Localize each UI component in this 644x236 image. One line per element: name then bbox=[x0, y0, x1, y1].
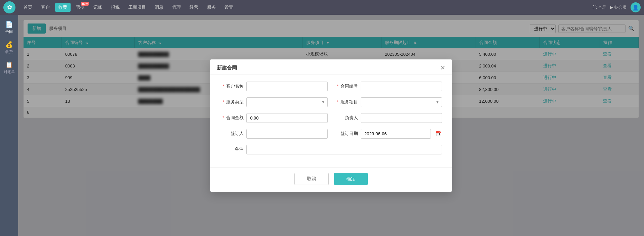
required-star: * bbox=[223, 115, 224, 120]
label-text: 服务类型 bbox=[226, 99, 244, 104]
modal-title: 新建合同 bbox=[217, 65, 237, 71]
service-type-label: * 服务类型 bbox=[220, 99, 244, 105]
content-area: 新增 服务项目 进行中 已完成 全部 🔍 序号 合同编号 bbox=[18, 15, 644, 236]
required-star: * bbox=[337, 84, 338, 89]
nav-bookkeeping[interactable]: 记账 bbox=[90, 3, 106, 12]
nav-service[interactable]: 服务 bbox=[204, 3, 219, 12]
modal-new-contract: 新建合同 ✕ * 客户名称 bbox=[210, 59, 452, 192]
label-text: 签订人 bbox=[231, 131, 244, 136]
user-avatar[interactable]: 👤 bbox=[631, 2, 641, 12]
form-group-sign-date: 签订日期 📅 bbox=[334, 129, 442, 139]
amount-input[interactable] bbox=[246, 113, 328, 123]
member-label: 畅会员 bbox=[614, 5, 627, 10]
required-star: * bbox=[223, 99, 224, 104]
nav-operation[interactable]: 经营 bbox=[186, 3, 202, 12]
form-group-remark: 备注 bbox=[220, 145, 442, 154]
member-icon: ▶ bbox=[610, 5, 613, 10]
label-text: 合同编号 bbox=[340, 84, 358, 89]
nav-tax[interactable]: 报税 bbox=[108, 3, 123, 12]
top-nav: ✿ 首页 客户 收费 票据new 记账 报税 工商项目 消息 管理 经营 服务 … bbox=[0, 0, 644, 15]
modal-body: * 客户名称 * 合同编号 bbox=[210, 75, 452, 167]
contract-no-input[interactable] bbox=[361, 82, 442, 91]
customer-name-input[interactable] bbox=[246, 82, 328, 91]
reconciliation-icon: 📋 bbox=[5, 61, 13, 68]
fullscreen-icon: ⛶ bbox=[593, 5, 597, 10]
service-item-select-wrapper: ▼ bbox=[361, 97, 442, 107]
form-group-customer: * 客户名称 bbox=[220, 82, 328, 91]
nav-message[interactable]: 消息 bbox=[151, 3, 167, 12]
amount-label: * 合同金额 bbox=[220, 115, 244, 121]
label-text: 客户名称 bbox=[226, 84, 244, 89]
remark-input[interactable] bbox=[246, 145, 442, 154]
nav-fee[interactable]: 收费 bbox=[55, 3, 71, 12]
required-star: * bbox=[337, 99, 338, 104]
nav-home[interactable]: 首页 bbox=[20, 3, 36, 12]
confirm-button[interactable]: 确定 bbox=[334, 173, 368, 185]
sidebar-item-fee[interactable]: 💰 收费 bbox=[1, 38, 17, 57]
label-text: 服务项目 bbox=[340, 99, 358, 104]
service-item-label: * 服务项目 bbox=[334, 99, 358, 105]
modal-close-button[interactable]: ✕ bbox=[440, 65, 445, 71]
responsible-label: 负责人 bbox=[334, 115, 358, 121]
nav-invoice[interactable]: 票据new bbox=[73, 3, 88, 12]
nav-customer[interactable]: 客户 bbox=[38, 3, 53, 12]
signer-input[interactable] bbox=[246, 129, 328, 139]
remark-label: 备注 bbox=[220, 146, 244, 152]
fullscreen-label: 全屏 bbox=[598, 5, 606, 10]
service-type-select-wrapper: ▼ bbox=[246, 97, 328, 107]
label-text: 备注 bbox=[235, 147, 244, 152]
customer-name-label: * 客户名称 bbox=[220, 83, 244, 89]
nav-business[interactable]: 工商项目 bbox=[125, 3, 149, 12]
modal-header: 新建合同 ✕ bbox=[210, 59, 452, 75]
sign-date-label: 签订日期 bbox=[334, 131, 358, 137]
form-row-5: 备注 bbox=[220, 145, 442, 154]
member-button[interactable]: ▶ 畅会员 bbox=[610, 5, 627, 10]
form-group-amount: * 合同金额 bbox=[220, 113, 328, 123]
form-group-signer: 签订人 bbox=[220, 129, 328, 139]
service-item-select[interactable] bbox=[361, 97, 442, 107]
form-row-2: * 服务类型 ▼ * bbox=[220, 97, 442, 107]
nav-settings[interactable]: 设置 bbox=[221, 3, 237, 12]
form-row-3: * 合同金额 负责人 bbox=[220, 113, 442, 123]
sidebar-item-contract-label: 合同 bbox=[5, 29, 13, 34]
nav-items: 首页 客户 收费 票据new 记账 报税 工商项目 消息 管理 经营 服务 设置 bbox=[20, 3, 593, 12]
cancel-button[interactable]: 取消 bbox=[294, 173, 329, 185]
contract-no-label: * 合同编号 bbox=[334, 83, 358, 89]
modal-overlay: 新建合同 ✕ * 客户名称 bbox=[18, 15, 644, 236]
required-star: * bbox=[223, 84, 224, 89]
sidebar-item-fee-label: 收费 bbox=[5, 49, 13, 54]
form-row-4: 签订人 签订日期 📅 bbox=[220, 129, 442, 139]
sidebar-item-reconciliation-label: 对账单 bbox=[4, 69, 15, 75]
label-text: 签订日期 bbox=[340, 131, 358, 136]
form-group-contract-no: * 合同编号 bbox=[334, 82, 442, 91]
label-text: 负责人 bbox=[345, 115, 358, 120]
main-layout: 📄 合同 💰 收费 📋 对账单 新增 服务项目 进行中 已完成 全部 bbox=[0, 15, 644, 236]
fee-icon: 💰 bbox=[5, 41, 13, 48]
new-badge: new bbox=[81, 2, 89, 6]
responsible-input[interactable] bbox=[361, 113, 442, 123]
sign-date-input[interactable] bbox=[361, 129, 431, 139]
sidebar-item-reconciliation[interactable]: 📋 对账单 bbox=[1, 58, 17, 77]
calendar-icon[interactable]: 📅 bbox=[436, 131, 442, 137]
label-text: 合同金额 bbox=[226, 115, 244, 120]
right-actions: ⛶ 全屏 ▶ 畅会员 👤 bbox=[593, 2, 641, 12]
nav-management[interactable]: 管理 bbox=[169, 3, 184, 12]
logo[interactable]: ✿ bbox=[3, 1, 15, 13]
left-sidebar: 📄 合同 💰 收费 📋 对账单 bbox=[0, 15, 18, 236]
form-row-1: * 客户名称 * 合同编号 bbox=[220, 82, 442, 91]
sidebar-item-contract[interactable]: 📄 合同 bbox=[1, 18, 17, 37]
contract-icon: 📄 bbox=[5, 21, 13, 28]
form-group-responsible: 负责人 bbox=[334, 113, 442, 123]
modal-footer: 取消 确定 bbox=[210, 167, 452, 192]
service-type-select[interactable] bbox=[246, 97, 328, 107]
form-group-service-type: * 服务类型 ▼ bbox=[220, 97, 328, 107]
fullscreen-button[interactable]: ⛶ 全屏 bbox=[593, 5, 606, 10]
signer-label: 签订人 bbox=[220, 131, 244, 137]
form-group-service-item: * 服务项目 ▼ bbox=[334, 97, 442, 107]
